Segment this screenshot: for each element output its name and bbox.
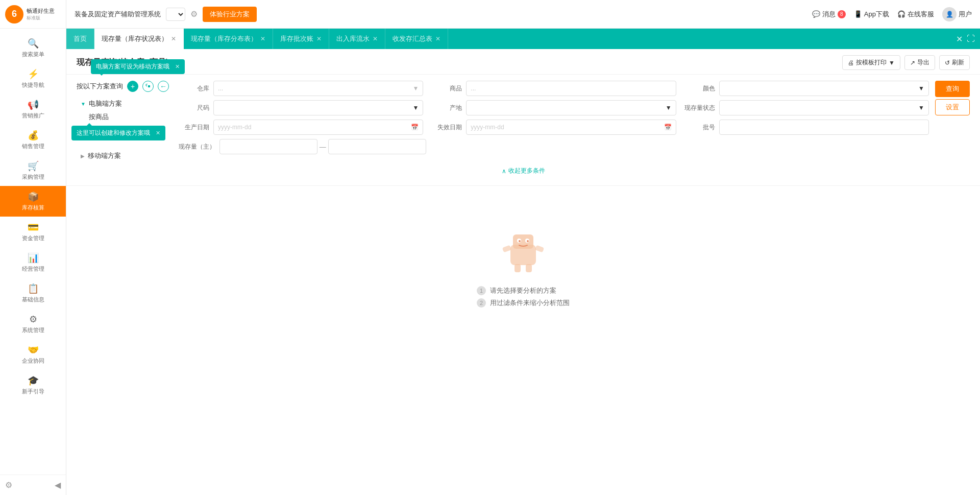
user-action[interactable]: 👤 用户 <box>942 7 972 21</box>
message-label: 消息 <box>822 10 836 19</box>
sidebar-label-basic: 基础信息 <box>22 296 44 303</box>
export-icon: ↗ <box>910 59 915 66</box>
expire-date-label: 失效日期 <box>431 123 462 132</box>
svg-rect-8 <box>502 245 511 253</box>
online-service-action[interactable]: 🎧 在线客服 <box>897 10 934 19</box>
logo-icon: 6 <box>5 5 23 23</box>
svg-rect-7 <box>526 264 532 272</box>
prod-date-input[interactable]: yyyy-mm-dd 📅 <box>213 120 423 135</box>
tab-close-all-icon[interactable]: ✕ <box>956 34 963 44</box>
scheme-item-mobile[interactable]: ▶ 移动端方案 <box>77 149 179 162</box>
filter-label: 按以下方案查询 <box>77 82 123 91</box>
brand-name: 畅通好生意 <box>27 7 55 15</box>
filter-warehouse: 仓库 ...▼ <box>179 81 423 96</box>
scheme-list: ▼ 电脑端方案 按商品 这里可以创建和修改方案哦 ✕ <box>77 97 179 162</box>
back-scheme-button[interactable]: ← <box>158 81 169 92</box>
sidebar-item-inventory[interactable]: 📦 库存核算 <box>0 186 66 217</box>
size-select[interactable]: ▼ <box>213 100 423 115</box>
expire-date-input[interactable]: yyyy-mm-dd 📅 <box>466 120 676 135</box>
goods-select[interactable]: ... <box>466 81 676 96</box>
color-select[interactable]: ▼ <box>719 81 929 96</box>
tab-batch-account[interactable]: 库存批次账 ✕ <box>273 29 329 49</box>
scheme-pc-label: 电脑端方案 <box>89 99 122 108</box>
tab-inventory-dist[interactable]: 现存量（库存分布表） ✕ <box>184 29 273 49</box>
sidebar-item-system[interactable]: ⚙ 系统管理 <box>0 309 66 339</box>
purchase-icon: 🛒 <box>28 160 39 172</box>
tab-recv-summary-close[interactable]: ✕ <box>435 35 440 42</box>
sidebar-item-sales[interactable]: 💰 销售管理 <box>0 125 66 155</box>
topbar-settings-icon[interactable]: ⚙ <box>190 9 198 19</box>
tab-inout-flow[interactable]: 出入库流水 ✕ <box>329 29 385 49</box>
tab-inventory-status-label: 现存量（库存状况表） <box>102 34 168 43</box>
sidebar-item-quicknav[interactable]: ⚡ 快捷导航 <box>0 63 66 94</box>
stock-qty-from[interactable] <box>219 139 317 154</box>
empty-svg <box>498 227 549 278</box>
sidebar-item-basic[interactable]: 📋 基础信息 <box>0 278 66 309</box>
filter-row-1: 仓库 ...▼ 商品 ... 颜色 ▼ <box>179 81 929 96</box>
tab-recv-summary-label: 收发存汇总表 <box>393 34 432 43</box>
warehouse-select[interactable]: ...▼ <box>213 81 423 96</box>
topbar: 装备及固定资产辅助管理系统 ⚙ 体验行业方案 💬 消息 8 📱 App下载 🎧 … <box>66 0 980 29</box>
export-button[interactable]: ↗ 导出 <box>904 55 935 70</box>
filter-right: 仓库 ...▼ 商品 ... 颜色 ▼ <box>179 81 929 158</box>
connector-dot <box>147 84 151 88</box>
add-scheme-button[interactable]: + <box>127 81 138 92</box>
main-content: 现存量查询(按仓库+商品) 🖨 按模板打印 ▼ ↗ 导出 ↺ 刷新 按以下方案查… <box>66 49 980 495</box>
sidebar-item-enterprise[interactable]: 🤝 企业协同 <box>0 339 66 370</box>
sidebar: 6 畅通好生意 标准版 🔍 搜索菜单 ⚡ 快捷导航 📢 营销推广 💰 销售管理 … <box>0 0 66 495</box>
sidebar-item-purchase[interactable]: 🛒 采购管理 <box>0 155 66 186</box>
create-tooltip-close[interactable]: ✕ <box>156 130 160 136</box>
filter-expire-date: 失效日期 yyyy-mm-dd 📅 <box>431 120 676 135</box>
sidebar-item-finance[interactable]: 💳 资金管理 <box>0 217 66 247</box>
tab-inventory-status[interactable]: 现存量（库存状况表） ✕ <box>94 29 184 49</box>
tab-expand-icon[interactable]: ⛶ <box>967 34 975 43</box>
user-label: 用户 <box>959 10 972 19</box>
system-select[interactable] <box>166 8 185 21</box>
basic-icon: 📋 <box>28 283 39 294</box>
goods-label: 商品 <box>431 84 462 93</box>
step-2-num: 2 <box>477 298 486 308</box>
service-icon: 🎧 <box>897 10 905 18</box>
query-button[interactable]: 查询 <box>935 81 970 97</box>
sidebar-label-enterprise: 企业协同 <box>22 357 44 365</box>
sidebar-item-guide[interactable]: 🎓 新手引导 <box>0 370 66 400</box>
filter-row-2: 尺码 ▼ 产地 ▼ 现存量状态 ▼ <box>179 100 929 115</box>
sidebar-item-search[interactable]: 🔍 搜索菜单 <box>0 33 66 63</box>
filter-row-3: 生产日期 yyyy-mm-dd 📅 失效日期 yyyy-mm-dd 📅 <box>179 120 929 135</box>
collapse-up-icon: ∧ <box>502 168 506 175</box>
filter-header: 按以下方案查询 + ✎ ← 电脑方案可设为移动方案哦 ✕ <box>77 81 179 92</box>
sidebar-item-operations[interactable]: 📊 经营管理 <box>0 247 66 278</box>
batch-no-input[interactable] <box>719 120 929 135</box>
scheme-item-default[interactable]: 按商品 <box>77 110 179 124</box>
brand-badge: 标准版 <box>27 15 55 21</box>
app-download-action[interactable]: 📱 App下载 <box>854 10 889 19</box>
sidebar-nav: 🔍 搜索菜单 ⚡ 快捷导航 📢 营销推广 💰 销售管理 🛒 采购管理 📦 库存核… <box>0 29 66 475</box>
sidebar-bottom: ⚙ ◀ <box>0 475 66 495</box>
filter-color: 颜色 ▼ <box>684 81 929 96</box>
tab-inventory-status-close[interactable]: ✕ <box>171 35 176 42</box>
origin-select[interactable]: ▼ <box>466 100 676 115</box>
message-action[interactable]: 💬 消息 8 <box>812 10 846 19</box>
tab-home[interactable]: 首页 <box>66 29 94 49</box>
print-button[interactable]: 🖨 按模板打印 ▼ <box>842 55 900 70</box>
collapse-bar[interactable]: ∧ 收起更多条件 <box>77 162 970 179</box>
collapse-sidebar-icon[interactable]: ◀ <box>55 480 61 490</box>
stock-qty-to[interactable] <box>328 139 426 154</box>
expire-date-placeholder: yyyy-mm-dd <box>471 124 504 131</box>
tab-batch-account-close[interactable]: ✕ <box>316 35 322 42</box>
tab-inventory-dist-close[interactable]: ✕ <box>260 35 265 42</box>
settings-bottom-icon[interactable]: ⚙ <box>5 480 12 490</box>
scheme-item-pc[interactable]: ▼ 电脑端方案 <box>77 97 179 110</box>
reset-button[interactable]: 设置 <box>935 99 970 115</box>
tab-inout-flow-close[interactable]: ✕ <box>373 35 378 42</box>
tab-home-label: 首页 <box>74 34 87 43</box>
tab-recv-summary[interactable]: 收发存汇总表 ✕ <box>385 29 448 49</box>
scheme-tooltip-close[interactable]: ✕ <box>175 63 180 69</box>
expire-date-icon: 📅 <box>664 124 672 131</box>
sidebar-item-marketing[interactable]: 📢 营销推广 <box>0 94 66 125</box>
refresh-button[interactable]: ↺ 刷新 <box>939 55 970 70</box>
sidebar-label-quicknav: 快捷导航 <box>22 81 44 89</box>
experience-button[interactable]: 体验行业方案 <box>203 7 257 22</box>
stock-status-select[interactable]: ▼ <box>719 100 929 115</box>
sidebar-label-search: 搜索菜单 <box>22 51 44 58</box>
